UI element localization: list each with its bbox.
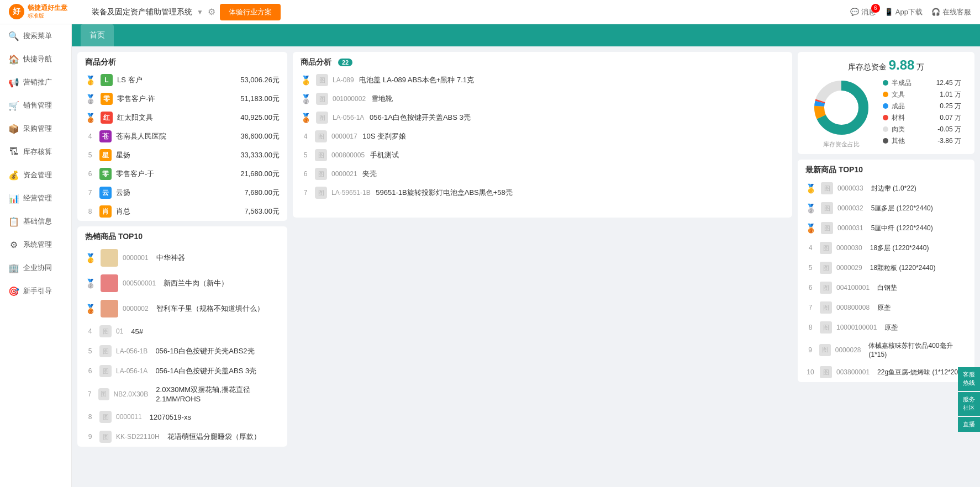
product-code: LA-056-1A xyxy=(116,367,147,375)
float-community-btn[interactable]: 服务社区 xyxy=(958,392,980,416)
inventory-total: 库存总资金 9.88 万 xyxy=(805,57,967,73)
header-system: 装备及固定资产辅助管理系统 ▼ ⚙ 体验行业方案 xyxy=(81,4,850,20)
new-product-item: 🥇 图 0000033 封边带 (1.0*22) xyxy=(798,178,974,198)
customer-amount: 36,600.00元 xyxy=(240,131,280,141)
new-product-icon: 图 xyxy=(821,222,833,234)
sidebar-label: 采购管理 xyxy=(23,124,52,134)
mid-product-thumb: 图 xyxy=(315,149,327,161)
customer-badge: 星 xyxy=(99,149,112,161)
sidebar-item-purchase[interactable]: 📦采购管理 xyxy=(0,117,71,140)
product-name: 056-1B白色按键开关壳ABS2壳 xyxy=(155,346,254,356)
sidebar-item-marketing[interactable]: 📢营销推广 xyxy=(0,71,71,94)
new-product-item: 🥉 图 0000031 5厘中纤 (1220*2440) xyxy=(798,218,974,238)
sidebar-item-base[interactable]: 📋基础信息 xyxy=(0,210,71,233)
search-icon: 🔍 xyxy=(9,31,19,41)
medal-gold-icon: 🥇 xyxy=(85,253,96,263)
sidebar-item-system[interactable]: ⚙系统管理 xyxy=(0,233,71,256)
rank-num: 4 xyxy=(805,244,815,252)
mid-product-name: 056-1A白色按键开关盖ABS 3壳 xyxy=(370,113,471,121)
hot-product-item: 7 图 NB2.0X30B 2.0X30MM双摆花轴,摆花直径2.1MM/ROH… xyxy=(77,381,287,407)
new-product-item: 7 图 000800008 原垄 xyxy=(798,298,974,317)
legend-label: 肉类 xyxy=(892,125,934,134)
message-button[interactable]: 💬 消息 6 xyxy=(850,7,876,17)
customer-badge: 肖 xyxy=(99,205,112,218)
gear-icon[interactable]: ⚙ xyxy=(208,7,215,17)
np-code: 10000100001 xyxy=(836,324,877,331)
sidebar-item-nav[interactable]: 🏠快捷导航 xyxy=(0,47,71,71)
headset-icon: 🎧 xyxy=(931,8,940,16)
mid-product-name: 10S 变刹罗娘 xyxy=(362,132,406,140)
new-product-item: 9 图 0000028 体械嘉核味苏打饮品400毫升 (1*15) xyxy=(798,337,974,362)
medal-gold-icon: 🥇 xyxy=(805,183,816,194)
new-product-icon: 图 xyxy=(820,301,832,314)
hot-products-card: 热销商品 TOP10 🥇 0000001 中华神器 🥈 000500001 新西… xyxy=(77,226,287,447)
np-name: 白钢垫 xyxy=(877,283,897,293)
legend-value: 12.45 万 xyxy=(936,78,961,88)
medal-silver-icon: 🥈 xyxy=(85,278,96,289)
finance-icon: 💰 xyxy=(9,170,19,180)
legend-item: 半成品 12.45 万 xyxy=(883,78,961,88)
mid-product-name: 59651-1B旋转投影灯电池盒ABS黑色+58壳 xyxy=(376,188,512,197)
customer-name: LS 客户 xyxy=(117,75,236,85)
online-service-button[interactable]: 🎧 在线客服 xyxy=(931,7,971,17)
hot-product-item: 5 图 LA-056-1B 056-1B白色按键开关壳ABS2壳 xyxy=(77,341,287,361)
float-service-btn[interactable]: 客服热线 xyxy=(958,367,980,391)
dropdown-arrow-icon[interactable]: ▼ xyxy=(197,8,203,16)
mid-products-title: 商品分析 22 xyxy=(293,52,792,71)
product-code: 01 xyxy=(116,327,123,335)
tab-home[interactable]: 首页 xyxy=(81,24,114,46)
customer-badge: 零 xyxy=(101,93,113,105)
float-live-btn[interactable]: 直播 xyxy=(958,417,980,432)
mid-product-name: 电池盖 LA-089 ABS本色+黑种 7.1克 xyxy=(359,76,474,84)
sidebar-item-operations[interactable]: 📊经营管理 xyxy=(0,187,71,210)
app-download-button[interactable]: 📱 App下载 xyxy=(884,7,923,17)
customer-badge: 零 xyxy=(99,168,112,180)
rank-num: 10 xyxy=(805,368,815,376)
trial-button[interactable]: 体验行业方案 xyxy=(220,4,281,20)
sidebar-item-guide[interactable]: 🎯新手引导 xyxy=(0,279,71,303)
sidebar-label: 系统管理 xyxy=(23,240,52,250)
sidebar-item-inventory[interactable]: 🏗库存核算 xyxy=(0,140,71,163)
medal-silver-icon: 🥈 xyxy=(301,94,312,104)
content-area: 商品分析 🥇 L LS 客户 53,006.26元 🥈 零 零售客户-许 51,… xyxy=(72,46,980,487)
sidebar-item-sales[interactable]: 🛒销售管理 xyxy=(0,94,71,117)
sidebar-item-finance[interactable]: 💰资金管理 xyxy=(0,163,71,187)
legend-dot xyxy=(883,138,888,144)
sidebar-label: 企业协同 xyxy=(23,263,52,273)
new-product-icon: 图 xyxy=(819,344,831,356)
medal-bronze-icon: 🥉 xyxy=(805,223,816,234)
sidebar-item-company[interactable]: 🏢企业协同 xyxy=(0,256,71,279)
nav-icon: 🏠 xyxy=(9,54,19,64)
product-code: KK-SD22110H xyxy=(116,433,160,441)
guide-icon: 🎯 xyxy=(9,286,19,296)
sidebar-item-search[interactable]: 🔍搜索菜单 xyxy=(0,24,71,47)
mid-product-code: 000800005 xyxy=(331,151,365,159)
rank-num: 6 xyxy=(85,170,95,178)
rank-num: 5 xyxy=(805,264,815,272)
np-code: 000800008 xyxy=(836,304,870,311)
medal-silver-icon: 🥈 xyxy=(805,203,816,214)
legend-dot xyxy=(883,115,888,120)
float-service: 客服热线 服务社区 直播 xyxy=(958,367,980,432)
donut-chart xyxy=(811,77,872,138)
right-panel: 库存总资金 9.88 万 xyxy=(798,52,974,481)
left-panel: 商品分析 🥇 L LS 客户 53,006.26元 🥈 零 零售客户-许 51,… xyxy=(77,52,287,481)
legend-value: 0.07 万 xyxy=(940,113,961,123)
legend-label: 文具 xyxy=(892,90,936,99)
rank-num: 8 xyxy=(85,208,95,215)
medal-gold-icon: 🥇 xyxy=(301,75,312,86)
medal-bronze-icon: 🥉 xyxy=(301,113,312,123)
sidebar-label: 销售管理 xyxy=(23,100,52,110)
legend-label: 其他 xyxy=(892,136,934,146)
hot-product-item: 6 图 LA-056-1A 056-1A白色按键开关盖ABS 3壳 xyxy=(77,361,287,381)
mid-product-thumb: 图 xyxy=(316,112,328,124)
np-code: 003800001 xyxy=(836,368,870,376)
mid-product-code: 0000017 xyxy=(331,133,357,140)
main-content: 首页 商品分析 🥇 L LS 客户 53,006.26元 🥈 零 零售客户-许 … xyxy=(72,24,980,487)
inventory-ratio-label: 库存资金占比 xyxy=(823,140,860,149)
np-name: 5厘中纤 (1220*2440) xyxy=(871,224,933,233)
rank-num: 8 xyxy=(805,324,815,331)
hot-product-item: 🥇 0000001 中华神器 xyxy=(77,245,287,271)
hot-product-item: 🥉 0000002 智利车子里（规格不知道填什么） xyxy=(77,296,287,321)
product-code: 0000002 xyxy=(123,305,149,313)
